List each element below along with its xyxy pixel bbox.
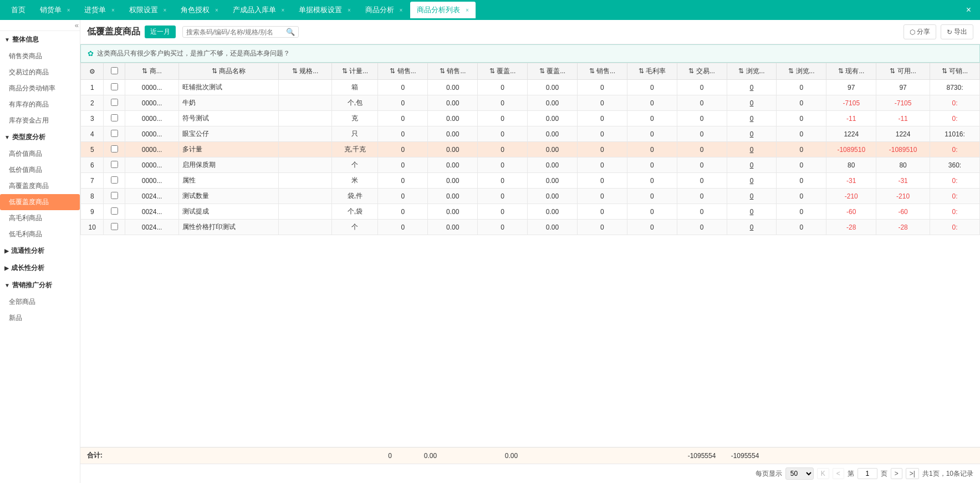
row-select-checkbox[interactable] <box>111 145 118 152</box>
col-spec[interactable]: ⇅ 规格... <box>278 63 332 80</box>
per-page-select[interactable]: 50 100 200 <box>785 467 814 480</box>
row-checkbox[interactable] <box>104 142 125 157</box>
close-icon[interactable]: × <box>348 7 351 13</box>
col-cover1[interactable]: ⇅ 覆盖... <box>478 63 528 80</box>
row-browse1[interactable]: 0 <box>727 157 777 173</box>
row-browse1[interactable]: 0 <box>727 80 777 95</box>
row-checkbox[interactable] <box>104 126 125 142</box>
close-icon[interactable]: × <box>67 7 70 13</box>
row-browse1[interactable]: 0 <box>727 111 777 126</box>
sidebar-section-marketing[interactable]: ▼ 营销推广分析 <box>0 277 80 294</box>
col-available[interactable]: ⇅ 可用... <box>876 63 930 80</box>
close-icon[interactable]: × <box>215 7 218 13</box>
nav-item-purchase[interactable]: 进货单 × <box>78 2 121 18</box>
sidebar-item-stock-goods[interactable]: 有库存的商品 <box>0 96 80 113</box>
row-browse1[interactable]: 0 <box>727 220 777 235</box>
col-current[interactable]: ⇅ 现有... <box>826 63 876 80</box>
col-gross-rate[interactable]: ⇅ 毛利率 <box>627 63 677 80</box>
browse-link[interactable]: 0 <box>750 115 754 123</box>
close-icon[interactable]: × <box>111 7 115 13</box>
sidebar-item-high-value[interactable]: 高价值商品 <box>0 146 80 162</box>
sidebar-item-new-goods[interactable]: 新品 <box>0 310 80 326</box>
row-browse1[interactable]: 0 <box>727 126 777 142</box>
col-browse1[interactable]: ⇅ 浏览... <box>727 63 777 80</box>
sidebar-item-capital[interactable]: 库存资金占用 <box>0 113 80 129</box>
row-checkbox[interactable] <box>104 220 125 235</box>
col-unit[interactable]: ⇅ 计量... <box>332 63 378 80</box>
nav-item-inventory[interactable]: 产成品入库单 × <box>226 2 291 18</box>
row-checkbox[interactable] <box>104 204 125 220</box>
row-select-checkbox[interactable] <box>111 223 118 230</box>
row-checkbox[interactable] <box>104 157 125 173</box>
period-button[interactable]: 近一月 <box>145 26 176 38</box>
sidebar-section-growth[interactable]: ▶ 成长性分析 <box>0 260 80 277</box>
row-checkbox[interactable] <box>104 80 125 95</box>
col-checkbox[interactable] <box>104 63 125 80</box>
sidebar-section-circulation[interactable]: ▶ 流通性分析 <box>0 242 80 260</box>
sidebar-item-high-coverage[interactable]: 高覆盖度商品 <box>0 178 80 194</box>
browse-link[interactable]: 0 <box>750 84 754 91</box>
row-browse1[interactable]: 0 <box>727 173 777 189</box>
browse-link[interactable]: 0 <box>750 223 754 231</box>
sidebar-section-type[interactable]: ▼ 类型度分析 <box>0 129 80 146</box>
row-select-checkbox[interactable] <box>111 161 118 168</box>
sidebar-item-low-coverage[interactable]: 低覆盖度商品 <box>0 194 80 210</box>
last-page-button[interactable]: >| <box>906 468 919 479</box>
row-select-checkbox[interactable] <box>111 192 118 199</box>
row-select-checkbox[interactable] <box>111 83 118 90</box>
browse-link[interactable]: 0 <box>750 177 754 185</box>
search-input[interactable] <box>186 28 286 36</box>
browse-link[interactable]: 0 <box>750 208 754 216</box>
close-icon[interactable]: × <box>164 7 167 13</box>
row-browse1[interactable]: 0 <box>727 189 777 204</box>
sidebar-collapse-button[interactable]: « <box>0 20 80 31</box>
col-code[interactable]: ⇅ 商... <box>125 63 179 80</box>
col-trade[interactable]: ⇅ 交易... <box>677 63 727 80</box>
sidebar-item-sales-goods[interactable]: 销售类商品 <box>0 48 80 64</box>
close-icon[interactable]: × <box>282 7 285 13</box>
browse-link[interactable]: 0 <box>750 161 754 169</box>
col-sales2[interactable]: ⇅ 销售... <box>428 63 478 80</box>
sidebar-item-traded-goods[interactable]: 交易过的商品 <box>0 64 80 80</box>
col-settings[interactable]: ⚙ <box>81 63 104 80</box>
sidebar-section-overall[interactable]: ▼ 整体信息 <box>0 31 80 48</box>
first-page-button[interactable]: K <box>817 468 829 479</box>
col-saleable[interactable]: ⇅ 可销... <box>930 63 979 80</box>
sidebar-item-high-margin[interactable]: 高毛利商品 <box>0 210 80 226</box>
row-checkbox[interactable] <box>104 95 125 111</box>
sidebar-item-all-goods[interactable]: 全部商品 <box>0 294 80 310</box>
row-select-checkbox[interactable] <box>111 130 118 137</box>
row-checkbox[interactable] <box>104 111 125 126</box>
sidebar-item-low-value[interactable]: 低价值商品 <box>0 162 80 178</box>
col-sales1[interactable]: ⇅ 销售... <box>378 63 428 80</box>
sidebar-item-category-rate[interactable]: 商品分类动销率 <box>0 80 80 96</box>
table-container[interactable]: ⚙ ⇅ 商... ⇅ 商品名称 ⇅ 规格... ⇅ 计量... ⇅ 销售... … <box>80 63 980 447</box>
nav-item-templates[interactable]: 单据模板设置 × <box>292 2 357 18</box>
row-browse1[interactable]: 0 <box>727 204 777 220</box>
row-select-checkbox[interactable] <box>111 99 118 106</box>
close-icon[interactable]: × <box>399 7 402 13</box>
select-all-checkbox[interactable] <box>111 67 118 74</box>
row-browse1[interactable]: 0 <box>727 142 777 157</box>
browse-link[interactable]: 0 <box>750 192 754 200</box>
row-select-checkbox[interactable] <box>111 114 118 121</box>
nav-item-roles[interactable]: 角色授权 × <box>174 2 224 18</box>
row-checkbox[interactable] <box>104 189 125 204</box>
prev-page-button[interactable]: < <box>833 468 844 479</box>
nav-item-permissions[interactable]: 权限设置 × <box>122 2 173 18</box>
row-browse1[interactable]: 0 <box>727 95 777 111</box>
col-name[interactable]: ⇅ 商品名称 <box>178 63 278 80</box>
col-browse2[interactable]: ⇅ 浏览... <box>777 63 826 80</box>
nav-item-product-analysis[interactable]: 商品分析 × <box>359 2 409 18</box>
nav-item-sales[interactable]: 销货单 × <box>33 2 76 18</box>
browse-link[interactable]: 0 <box>750 99 754 107</box>
nav-item-product-analysis-list[interactable]: 商品分析列表 × <box>410 2 475 18</box>
browse-link[interactable]: 0 <box>750 130 754 138</box>
col-sales3[interactable]: ⇅ 销售... <box>577 63 627 80</box>
close-icon[interactable]: × <box>466 7 469 13</box>
sidebar-item-low-margin[interactable]: 低毛利商品 <box>0 226 80 242</box>
browse-link[interactable]: 0 <box>750 146 754 154</box>
share-button[interactable]: ⬡ 分享 <box>904 24 936 39</box>
next-page-button[interactable]: > <box>891 468 902 479</box>
row-select-checkbox[interactable] <box>111 176 118 184</box>
